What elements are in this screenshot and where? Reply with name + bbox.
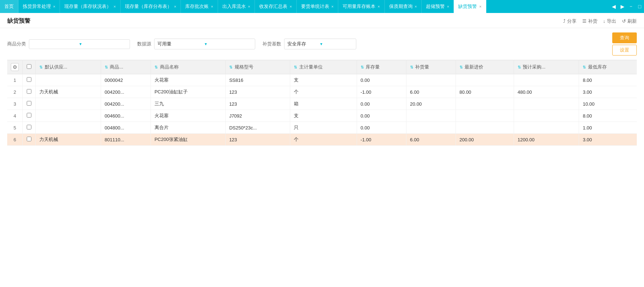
row-product-name: 离合片 (151, 122, 225, 134)
row-num: 5 (7, 122, 23, 134)
sort-spec-icon: ⇅ (229, 65, 232, 69)
tab-maximize-btn[interactable]: □ (635, 0, 644, 13)
tab-inout-flow[interactable]: 出入库流水 × (218, 0, 255, 13)
datasource-filter-label: 数据源 (137, 41, 151, 47)
table-row[interactable]: 4 004600... 火花塞 J7092 支 0.00 8.00 (7, 110, 637, 122)
category-arrow-icon: ▾ (79, 41, 127, 47)
category-select[interactable]: ▾ (29, 39, 130, 49)
row-stock: 0.00 (357, 74, 406, 86)
row-replenish: 6.00 (406, 134, 456, 146)
row-supplier (36, 74, 101, 86)
col-settings-header: ⚙ (7, 60, 23, 74)
tab-minimize-btn[interactable]: － (627, 0, 635, 13)
tab-home[interactable]: 首页 (0, 0, 18, 13)
datasource-filter-group: 数据源 可用量 ▾ (137, 39, 255, 49)
table-settings-icon[interactable]: ⚙ (11, 63, 19, 71)
row-supplier (36, 110, 101, 122)
table-container: ⚙ ⇅ 默认供应... ⇅ 商品... ⇅ 商品名称 (0, 60, 644, 146)
row-supplier (36, 98, 101, 110)
row-checkbox[interactable] (27, 137, 31, 141)
row-min-stock: 8.00 (579, 74, 637, 86)
export-button[interactable]: ↓ 导出 (603, 18, 617, 25)
tab-close-receipt-summary[interactable]: × (290, 4, 292, 9)
settings-button[interactable]: 设置 (612, 45, 637, 56)
tab-close-available-ledger[interactable]: × (378, 4, 380, 9)
datasource-arrow-icon: ▾ (205, 41, 252, 47)
tab-close-inventory-status[interactable]: × (113, 4, 116, 9)
row-checkbox-cell (23, 98, 36, 110)
row-replenish (406, 110, 456, 122)
select-all-checkbox[interactable] (27, 64, 31, 69)
table-header: ⚙ ⇅ 默认供应... ⇅ 商品... ⇅ 商品名称 (7, 60, 637, 74)
row-checkbox[interactable] (27, 125, 31, 129)
header-actions: ⤴ 分享 ☰ 补货 ↓ 导出 ↺ 刷新 (563, 18, 637, 25)
row-spec: SS816 (225, 74, 290, 86)
tab-close-expiry-query[interactable]: × (415, 4, 417, 9)
refresh-icon: ↺ (622, 18, 626, 24)
row-est-purchase (514, 122, 579, 134)
row-product-code: 004200... (101, 86, 151, 98)
row-num: 3 (7, 98, 23, 110)
row-unit: 只 (290, 122, 357, 134)
row-checkbox[interactable] (27, 101, 31, 106)
row-replenish (406, 122, 456, 134)
row-min-stock: 3.00 (579, 134, 637, 146)
tab-close-exception[interactable]: × (53, 4, 55, 9)
datasource-select[interactable]: 可用量 ▾ (154, 39, 255, 49)
query-button[interactable]: 查询 (612, 32, 637, 43)
table-row[interactable]: 2 力天机械 004200... PC200油缸缸子 123 个 -1.00 6… (7, 86, 637, 98)
row-min-stock: 1.00 (579, 122, 637, 134)
tab-close-shortage-warning[interactable]: × (479, 4, 481, 9)
table-body: 1 0000042 火花塞 SS816 支 0.00 8.00 2 力天机械 0… (7, 74, 637, 146)
tab-close-inout-flow[interactable]: × (248, 4, 250, 9)
tab-next-btn[interactable]: ▶ (618, 0, 627, 13)
row-unit: 支 (290, 110, 357, 122)
row-checkbox[interactable] (27, 113, 31, 118)
refresh-button[interactable]: ↺ 刷新 (622, 18, 637, 25)
col-min-stock-header: ⇅ 最低库存 (579, 60, 637, 74)
tab-close-batch-account[interactable]: × (211, 4, 213, 9)
row-supplier: 力天机械 (36, 86, 101, 98)
tab-close-requisition-stat[interactable]: × (331, 4, 334, 9)
row-latest-price (456, 74, 514, 86)
replenish-button[interactable]: ☰ 补货 (582, 18, 597, 25)
tab-inventory-dist[interactable]: 现存量（库存分布表） × (121, 0, 181, 13)
table-row[interactable]: 1 0000042 火花塞 SS816 支 0.00 8.00 (7, 74, 637, 86)
row-checkbox-cell (23, 122, 36, 134)
tab-overstock-warning[interactable]: 超储预警 × (422, 0, 454, 13)
tab-inventory-status[interactable]: 现存量（库存状况表） × (60, 0, 120, 13)
row-stock: -1.00 (357, 86, 406, 98)
row-min-stock: 10.00 (579, 98, 637, 110)
row-checkbox-cell (23, 110, 36, 122)
col-stock-header: ⇅ 库存量 (357, 60, 406, 74)
sort-est-icon: ⇅ (518, 65, 521, 69)
replenish-basis-select[interactable]: 安全库存 ▾ (284, 39, 356, 49)
tab-expiry-query[interactable]: 保质期查询 × (385, 0, 422, 13)
row-unit: 支 (290, 74, 357, 86)
row-num: 6 (7, 134, 23, 146)
tab-exception[interactable]: 拣货异常处理 × (18, 0, 60, 13)
row-checkbox-cell (23, 74, 36, 86)
row-product-name: 火花塞 (151, 110, 225, 122)
main-content: 缺货预警 ⤴ 分享 ☰ 补货 ↓ 导出 ↺ 刷新 商品分类 (0, 13, 644, 287)
col-est-purchase-header: ⇅ 预计采购... (514, 60, 579, 74)
table-row[interactable]: 6 力天机械 801110... PC200张紧油缸 123 个 -1.00 6… (7, 134, 637, 146)
table-row[interactable]: 3 004200... 三九 123 箱 0.00 20.00 10.00 (7, 98, 637, 110)
tab-prev-btn[interactable]: ◀ (609, 0, 618, 13)
tab-requisition-stat[interactable]: 要货单统计表 × (297, 0, 338, 13)
row-product-name: PC200张紧油缸 (151, 134, 225, 146)
replenish-basis-label: 补货基数 (262, 41, 281, 47)
row-spec: 123 (225, 86, 290, 98)
row-replenish (406, 74, 456, 86)
tab-close-inventory-dist[interactable]: × (174, 4, 176, 9)
row-checkbox[interactable] (27, 89, 31, 94)
tab-shortage-warning[interactable]: 缺货预警 × (454, 0, 486, 13)
tab-close-overstock-warning[interactable]: × (447, 4, 449, 9)
tab-batch-account[interactable]: 库存批次账 × (181, 0, 218, 13)
tab-receipt-summary[interactable]: 收发存汇总表 × (255, 0, 296, 13)
row-latest-price (456, 122, 514, 134)
tab-available-ledger[interactable]: 可用量库存账本 × (338, 0, 384, 13)
share-button[interactable]: ⤴ 分享 (563, 18, 576, 25)
row-checkbox[interactable] (27, 77, 31, 82)
table-row[interactable]: 5 004800... 离合片 DS250*23c... 只 0.00 1.00 (7, 122, 637, 134)
